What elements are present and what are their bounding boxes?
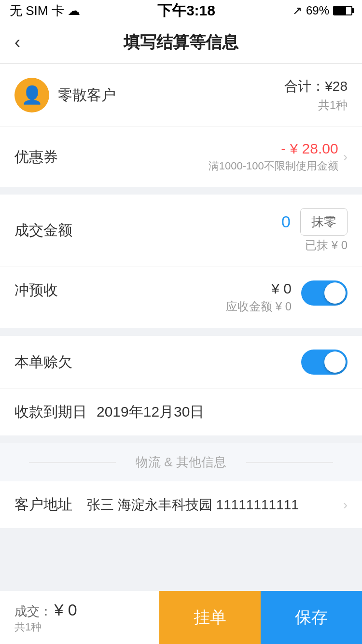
transaction-amount-label: 成交金额 <box>14 221 72 240</box>
customer-left: 👤 零散客户 <box>14 78 116 112</box>
debit-toggle[interactable] <box>301 350 348 375</box>
coupon-right: - ¥ 28.00 满1000-100不限制使用金额 › <box>209 140 348 173</box>
coupon-description: 满1000-100不限制使用金额 <box>209 159 338 173</box>
pre-receive-toggle[interactable] <box>301 280 348 306</box>
address-row[interactable]: 客户地址 张三 海淀永丰科技园 11111111111 › <box>0 481 362 528</box>
debit-row: 本单赊欠 <box>0 336 362 388</box>
bottom-count: 共1种 <box>14 620 145 634</box>
transaction-section: 成交金额 0 抹零 已抹 ¥ 0 冲预收 ¥ 0 应收金额 ¥ 0 <box>0 195 362 328</box>
bottom-transaction-label: 成交： <box>14 604 52 618</box>
rounded-off-sub: 已抹 ¥ 0 <box>281 238 348 253</box>
status-left: 无 SIM 卡 ☁ <box>10 2 80 19</box>
chevron-right-icon: › <box>343 149 348 165</box>
pre-receive-label: 冲预收 <box>14 280 58 300</box>
receivable-amount: 应收金额 ¥ 0 <box>226 299 292 314</box>
status-right: ↗ 69% <box>292 4 352 17</box>
due-date-value[interactable]: 2019年12月30日 <box>97 402 204 422</box>
main-content: 👤 零散客户 合计：¥28 共1种 优惠券 - ¥ 28.00 满1000-10… <box>0 64 362 644</box>
due-date-label: 收款到期日 <box>14 402 87 422</box>
page-title: 填写结算等信息 <box>124 31 238 54</box>
logistics-header: 物流 & 其他信息 <box>0 443 362 481</box>
due-date-row: 收款到期日 2019年12月30日 <box>0 388 362 435</box>
back-button[interactable]: ‹ <box>14 32 20 53</box>
debit-label: 本单赊欠 <box>14 352 72 372</box>
transaction-amount-value[interactable]: 0 <box>281 212 291 231</box>
bottom-bar: 成交： ¥ 0 共1种 挂单 保存 <box>0 591 362 644</box>
round-off-button[interactable]: 抹零 <box>300 208 348 236</box>
debit-section: 本单赊欠 收款到期日 2019年12月30日 <box>0 336 362 435</box>
battery-bar <box>333 6 352 15</box>
coupon-content: - ¥ 28.00 满1000-100不限制使用金额 <box>209 140 338 173</box>
customer-row: 👤 零散客户 合计：¥28 共1种 <box>0 64 362 126</box>
transaction-amount-row: 成交金额 0 抹零 已抹 ¥ 0 <box>0 195 362 267</box>
pre-receive-amount: ¥ 0 <box>226 280 292 297</box>
battery-icon: ↗ <box>292 4 302 17</box>
pre-receive-right: ¥ 0 应收金额 ¥ 0 <box>226 280 348 314</box>
customer-name: 零散客户 <box>58 85 116 105</box>
no-sim-text: 无 SIM 卡 ☁ <box>10 2 80 19</box>
customer-right: 合计：¥28 共1种 <box>284 77 348 113</box>
nav-bar: ‹ 填写结算等信息 <box>0 21 362 64</box>
logistics-header-text: 物流 & 其他信息 <box>136 455 226 469</box>
person-icon: 👤 <box>21 85 43 105</box>
address-label: 客户地址 <box>14 495 72 515</box>
pre-receive-row: 冲预收 ¥ 0 应收金额 ¥ 0 <box>0 267 362 328</box>
logistics-section: 物流 & 其他信息 客户地址 张三 海淀永丰科技园 11111111111 › <box>0 443 362 528</box>
battery-percent: 69% <box>306 4 329 17</box>
avatar: 👤 <box>14 78 49 112</box>
save-button[interactable]: 保存 <box>261 591 362 644</box>
bottom-transaction-row: 成交： ¥ 0 <box>14 601 145 620</box>
status-bar: 无 SIM 卡 ☁ 下午3:18 ↗ 69% <box>0 0 362 21</box>
coupon-discount: - ¥ 28.00 <box>209 140 338 157</box>
address-value: 张三 海淀永丰科技园 11111111111 <box>87 496 338 514</box>
pre-receive-amounts: ¥ 0 应收金额 ¥ 0 <box>226 280 292 314</box>
coupon-row[interactable]: 优惠券 - ¥ 28.00 满1000-100不限制使用金额 › <box>0 126 362 187</box>
coupon-label: 优惠券 <box>14 147 58 167</box>
address-chevron-icon: › <box>343 497 348 513</box>
customer-total: 合计：¥28 <box>284 77 348 96</box>
transaction-amount-input-row: 0 抹零 <box>281 208 348 236</box>
bottom-info: 成交： ¥ 0 共1种 <box>0 601 159 634</box>
status-time: 下午3:18 <box>157 1 215 21</box>
transaction-amount-right: 0 抹零 已抹 ¥ 0 <box>281 208 348 253</box>
bottom-amount: ¥ 0 <box>54 601 77 619</box>
customer-section: 👤 零散客户 合计：¥28 共1种 优惠券 - ¥ 28.00 满1000-10… <box>0 64 362 187</box>
hold-button[interactable]: 挂单 <box>159 591 261 644</box>
customer-count: 共1种 <box>284 98 348 113</box>
